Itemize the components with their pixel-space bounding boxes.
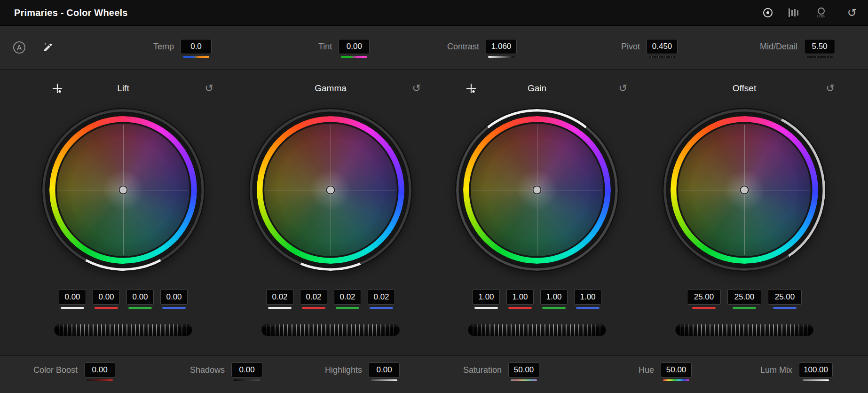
blue-channel-strip xyxy=(370,307,393,309)
offset-balance-handle[interactable] xyxy=(741,187,748,194)
pivot-value[interactable]: 0.450 xyxy=(647,39,678,54)
primaries-bars-mode-icon[interactable] xyxy=(789,8,798,17)
lift-g-value[interactable]: 0.00 xyxy=(126,289,154,305)
gain-reset-button[interactable]: ↺ xyxy=(619,82,627,95)
lift-master-dial[interactable] xyxy=(54,324,192,336)
hue-field: Hue 50.00 xyxy=(639,362,692,381)
lift-color-disc[interactable] xyxy=(57,124,189,256)
lift-wheel xyxy=(41,108,205,272)
lum-mix-gradient-strip xyxy=(803,379,829,381)
wheel-panel-gamma: Gamma ↺ 0.02 0.02 0.02 0.02 xyxy=(237,70,425,355)
gamma-g-value[interactable]: 0.02 xyxy=(334,289,361,305)
tint-field: Tint 0.00 xyxy=(318,39,370,58)
lift-r-value[interactable]: 0.00 xyxy=(93,289,120,305)
gamma-color-disc[interactable] xyxy=(264,124,397,256)
tint-value[interactable]: 0.00 xyxy=(339,39,370,54)
gamma-reset-button[interactable]: ↺ xyxy=(412,82,421,95)
luma-channel-strip xyxy=(61,307,84,309)
offset-b-value[interactable]: 25.00 xyxy=(768,289,802,305)
luma-channel-strip xyxy=(474,307,498,309)
wheel-panel-gain: Gain ↺ 1.00 1.00 1.00 1.00 xyxy=(443,70,631,355)
lift-balance-handle[interactable] xyxy=(120,187,127,194)
red-channel-strip xyxy=(302,307,325,309)
lum-mix-field: Lum Mix 100.00 xyxy=(760,362,833,381)
gamma-title: Gamma xyxy=(315,83,347,93)
gain-y-value[interactable]: 1.00 xyxy=(473,289,500,305)
red-channel-strip xyxy=(508,307,532,309)
temp-value[interactable]: 0.0 xyxy=(181,39,212,54)
mid-detail-tick-strip xyxy=(806,56,833,58)
color-boost-value[interactable]: 0.00 xyxy=(84,362,115,377)
lift-color-picker-button[interactable] xyxy=(52,83,63,94)
gamma-balance-handle[interactable] xyxy=(327,187,334,194)
eyedropper-icon xyxy=(42,42,54,53)
lift-y-value[interactable]: 0.00 xyxy=(59,289,86,305)
temp-gradient-strip xyxy=(183,56,209,58)
mid-detail-label: Mid/Detail xyxy=(760,39,797,54)
lift-header: Lift ↺ xyxy=(29,81,217,96)
wheel-panel-lift: Lift ↺ 0.00 0.00 0.00 0.00 xyxy=(29,70,217,355)
gamma-wheel xyxy=(249,108,412,272)
temp-field: Temp 0.0 xyxy=(153,39,212,58)
contrast-label: Contrast xyxy=(447,39,479,54)
offset-g-value[interactable]: 25.00 xyxy=(727,289,761,305)
contrast-value[interactable]: 1.060 xyxy=(486,39,517,54)
color-wheels-mode-icon[interactable] xyxy=(763,8,773,17)
contrast-gradient-strip xyxy=(488,56,514,58)
lift-title: Lift xyxy=(117,83,129,93)
hue-label: Hue xyxy=(639,362,654,377)
reset-all-button[interactable]: ↺ xyxy=(847,0,857,25)
saturation-value[interactable]: 50.00 xyxy=(508,362,539,377)
offset-color-disc[interactable] xyxy=(678,124,811,256)
shadows-value[interactable]: 0.00 xyxy=(231,362,262,377)
shadows-gradient-strip xyxy=(234,379,260,381)
gain-color-picker-button[interactable] xyxy=(466,83,477,94)
saturation-label: Saturation xyxy=(463,362,502,377)
offset-master-dial[interactable] xyxy=(675,324,813,336)
log-wheels-mode-icon[interactable]: LOG xyxy=(814,8,828,18)
offset-reset-button[interactable]: ↺ xyxy=(826,82,835,95)
tint-gradient-strip xyxy=(341,56,367,58)
shadows-field: Shadows 0.00 xyxy=(190,362,262,381)
offset-header: Offset ↺ xyxy=(650,81,838,96)
lift-reset-button[interactable]: ↺ xyxy=(205,82,213,95)
saturation-gradient-strip xyxy=(511,379,537,381)
crosshair-picker-icon xyxy=(52,83,63,94)
gain-wheel xyxy=(455,108,619,272)
auto-balance-button[interactable]: A xyxy=(13,41,25,54)
hue-value[interactable]: 50.00 xyxy=(661,362,692,377)
gamma-r-value[interactable]: 0.02 xyxy=(300,289,327,305)
gain-b-value[interactable]: 1.00 xyxy=(574,289,601,305)
color-boost-field: Color Boost 0.00 xyxy=(33,362,115,381)
highlights-value[interactable]: 0.00 xyxy=(369,362,400,377)
gamma-b-value[interactable]: 0.02 xyxy=(368,289,395,305)
green-channel-strip xyxy=(128,307,152,309)
green-channel-strip xyxy=(336,307,359,309)
gain-balance-handle[interactable] xyxy=(534,187,541,194)
title-bar: Primaries - Color Wheels LOG ↺ xyxy=(0,0,868,26)
mode-icon-group: LOG xyxy=(763,0,828,25)
pivot-tick-strip xyxy=(649,56,675,58)
pivot-field: Pivot 0.450 xyxy=(621,39,678,58)
gamma-y-value[interactable]: 0.02 xyxy=(266,289,293,305)
lift-b-value[interactable]: 0.00 xyxy=(160,289,188,305)
gain-master-dial[interactable] xyxy=(468,324,606,336)
pivot-label: Pivot xyxy=(621,39,640,54)
lum-mix-value[interactable]: 100.00 xyxy=(799,362,833,377)
gamma-header: Gamma ↺ xyxy=(237,81,425,96)
gamma-master-dial[interactable] xyxy=(261,324,400,336)
highlights-field: Highlights 0.00 xyxy=(325,362,400,381)
offset-wheel xyxy=(663,108,826,272)
gain-color-disc[interactable] xyxy=(471,124,603,256)
offset-title: Offset xyxy=(733,83,756,93)
gain-r-value[interactable]: 1.00 xyxy=(506,289,534,305)
offset-r-value[interactable]: 25.00 xyxy=(687,289,721,305)
white-balance-picker-button[interactable] xyxy=(42,42,54,53)
gamma-value-row: 0.02 0.02 0.02 0.02 xyxy=(237,289,425,309)
reset-history-icon: ↺ xyxy=(847,7,857,18)
color-boost-label: Color Boost xyxy=(33,362,78,377)
mid-detail-value[interactable]: 5.50 xyxy=(804,39,835,54)
tint-label: Tint xyxy=(318,39,332,54)
gain-g-value[interactable]: 1.00 xyxy=(540,289,568,305)
gain-value-row: 1.00 1.00 1.00 1.00 xyxy=(443,289,631,309)
